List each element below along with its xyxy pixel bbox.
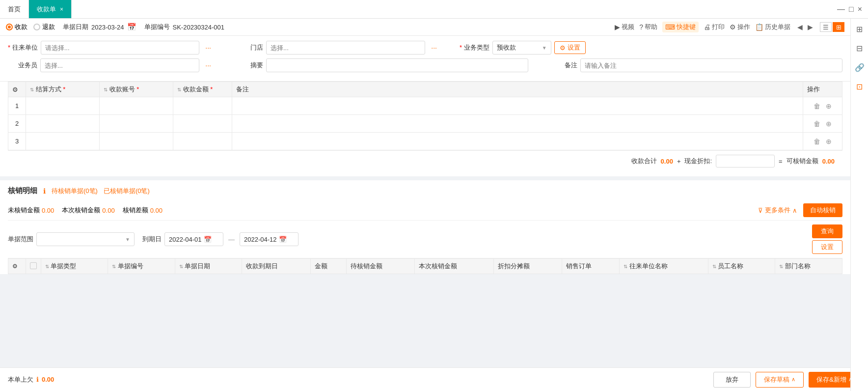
- print-btn[interactable]: 🖨 打印: [704, 23, 725, 31]
- table-row: 3 🗑 ⊕: [8, 133, 842, 150]
- discount-input[interactable]: [716, 155, 775, 168]
- bottom-table-checkbox[interactable]: [26, 259, 41, 274]
- dept-header: ⇅ 部门名称: [775, 259, 842, 274]
- footer-info-icon[interactable]: ℹ: [36, 376, 39, 383]
- table-section: ⚙ ⇅ 结算方式 * ⇅ 收款账号 * ⇅ 收款金额: [0, 82, 850, 176]
- sidebar-expand-icon[interactable]: ⊡: [854, 80, 865, 93]
- copy-row-2-btn[interactable]: ⊕: [824, 119, 834, 129]
- partner-label: * 往来单位: [8, 43, 38, 52]
- footer-order-value: 0.00: [42, 376, 54, 383]
- calendar-icon[interactable]: 📅: [127, 23, 136, 31]
- operation-btn[interactable]: ⚙ 操作: [730, 23, 750, 31]
- staff-more-btn[interactable]: ···: [202, 61, 214, 69]
- amount-cell-2[interactable]: [173, 115, 232, 133]
- delete-row-1-btn[interactable]: 🗑: [812, 101, 822, 111]
- bottom-table-settings[interactable]: ⚙: [8, 259, 26, 274]
- delete-row-2-btn[interactable]: 🗑: [812, 119, 822, 129]
- remark-cell-2[interactable]: [232, 115, 803, 133]
- summary-label: 摘要: [234, 61, 263, 70]
- sidebar-grid-icon[interactable]: ⊟: [854, 42, 865, 55]
- auto-reconcile-btn[interactable]: 自动核销: [803, 203, 842, 217]
- radio-receipt-dot: [6, 24, 13, 30]
- recon-info-icon[interactable]: ℹ: [43, 187, 46, 195]
- store-input[interactable]: [266, 41, 425, 55]
- settlement-cell-1[interactable]: [26, 97, 100, 115]
- sidebar-link-icon[interactable]: 🔗: [853, 61, 867, 74]
- range-select[interactable]: ▼: [36, 232, 135, 246]
- settlement-cell-2[interactable]: [26, 115, 100, 133]
- window-close-icon[interactable]: ×: [858, 5, 862, 14]
- account-cell-3[interactable]: [100, 133, 173, 150]
- select-all-checkbox[interactable]: [30, 262, 37, 269]
- account-cell-1[interactable]: [100, 97, 173, 115]
- settlement-cell-3[interactable]: [26, 133, 100, 150]
- toolbar: 收款 退款 单据日期 2023-03-24 📅 单据编号 SK-20230324…: [0, 19, 850, 36]
- store-more-btn[interactable]: ···: [428, 44, 440, 52]
- table-row: 1 🗑 ⊕: [8, 97, 842, 115]
- radio-receipt[interactable]: 收款: [6, 23, 27, 31]
- amount-cell-3[interactable]: [173, 133, 232, 150]
- save-draft-btn[interactable]: 保存草稿 ∧: [756, 372, 804, 388]
- business-type-select[interactable]: 预收款 ▼: [492, 41, 551, 55]
- account-header: ⇅ 收款账号 *: [100, 82, 173, 97]
- table-settings-header[interactable]: ⚙: [8, 82, 26, 97]
- range-field: 单据范围 ▼: [8, 232, 135, 246]
- partner-more-btn[interactable]: ···: [202, 44, 214, 52]
- history-icon: 📋: [755, 23, 763, 31]
- remark-cell-3[interactable]: [232, 133, 803, 150]
- calendar-from-icon: 📅: [204, 236, 212, 243]
- tab-close-icon[interactable]: ×: [60, 6, 63, 13]
- business-type-field: * 业务类型 预收款 ▼ ⚙ 设置: [460, 41, 646, 55]
- tab-home[interactable]: 首页: [0, 0, 29, 18]
- discard-btn[interactable]: 放弃: [713, 372, 751, 388]
- current-header: 本次核销金额: [414, 259, 493, 274]
- account-cell-2[interactable]: [100, 115, 173, 133]
- tab-receipt[interactable]: 收款单 ×: [29, 0, 72, 18]
- pending-tab[interactable]: 待核销单据(0笔): [52, 187, 98, 196]
- copy-row-3-btn[interactable]: ⊕: [824, 137, 834, 146]
- ops-header: 操作: [803, 82, 842, 97]
- date-from-input[interactable]: 2022-04-01 📅: [164, 232, 223, 246]
- staff-header: ⇅ 员工名称: [708, 259, 775, 274]
- row-num-2: 2: [8, 115, 26, 133]
- recon-setting-btn[interactable]: 设置: [812, 240, 842, 254]
- summary-field: 摘要: [234, 58, 528, 72]
- pending-header: 待核销金额: [346, 259, 414, 274]
- settlement-header: ⇅ 结算方式 *: [26, 82, 100, 97]
- partner-field: * 往来单位 ···: [8, 41, 214, 55]
- remark-input[interactable]: [580, 58, 842, 72]
- tab-bar: 首页 收款单 × — □ ×: [0, 0, 868, 19]
- staff-input[interactable]: [40, 58, 199, 72]
- done-tab[interactable]: 已核销单据(0笔): [104, 187, 150, 196]
- more-filter-btn[interactable]: ⊽ 更多条件 ∧: [758, 206, 797, 215]
- history-btn[interactable]: 📋 历史单据: [755, 23, 790, 31]
- sales-order-header: 销售订单: [562, 259, 620, 274]
- chevron-down-icon: ▼: [542, 45, 547, 51]
- summary-row: 收款合计 0.00 + 现金折扣: = 可核销金额 0.00: [8, 150, 842, 171]
- video-btn[interactable]: ▶ 视频: [615, 23, 634, 31]
- query-btn[interactable]: 查询: [812, 224, 842, 238]
- radio-refund[interactable]: 退款: [33, 23, 55, 31]
- list-view-btn[interactable]: ☰: [820, 22, 832, 32]
- amount-cell-1[interactable]: [173, 97, 232, 115]
- sidebar-table-icon[interactable]: ⊞: [854, 23, 865, 36]
- prev-arrow[interactable]: ◀: [795, 22, 805, 32]
- window-minimize-icon[interactable]: —: [837, 5, 845, 14]
- form-setting-btn[interactable]: ⚙ 设置: [554, 41, 586, 54]
- net-value: 0.00: [822, 158, 835, 165]
- summary-input[interactable]: [266, 58, 528, 72]
- amount-header2: 金额: [310, 259, 346, 274]
- partner-input[interactable]: [41, 41, 200, 55]
- remark-cell-1[interactable]: [232, 97, 803, 115]
- help-btn[interactable]: ? 帮助: [639, 23, 657, 31]
- next-arrow[interactable]: ▶: [806, 22, 815, 32]
- date-to-input[interactable]: 2022-04-12 📅: [240, 232, 298, 246]
- delete-row-3-btn[interactable]: 🗑: [812, 137, 822, 146]
- shortcut-btn[interactable]: ⌨ 快捷键: [662, 22, 699, 32]
- copy-row-1-btn[interactable]: ⊕: [824, 101, 834, 111]
- chevron-down-icon2: ▼: [125, 237, 130, 242]
- recon-filter-row: 单据范围 ▼ 到期日 2022-04-01 📅 — 2022-04-12 📅: [8, 220, 842, 258]
- grid-view-btn[interactable]: ⊞: [833, 22, 844, 32]
- window-maximize-icon[interactable]: □: [849, 5, 854, 14]
- main-content: 收款 退款 单据日期 2023-03-24 📅 单据编号 SK-20230324…: [0, 19, 850, 391]
